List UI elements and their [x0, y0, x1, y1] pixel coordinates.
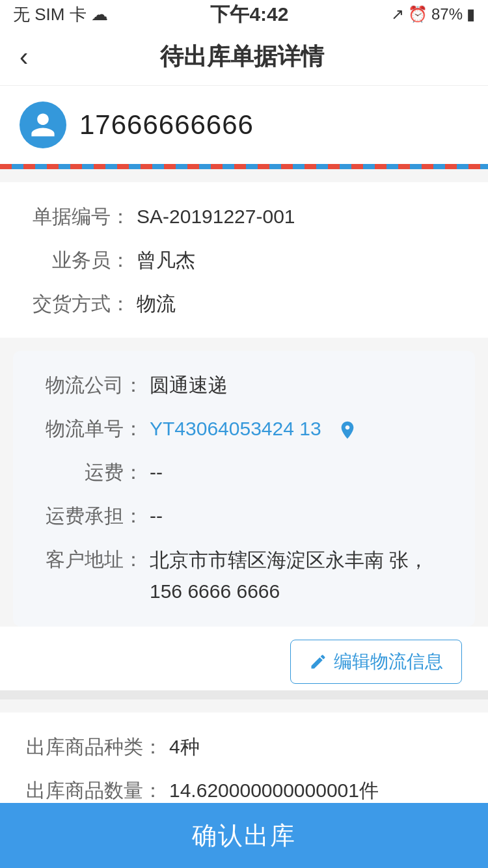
- confirm-outbound-button[interactable]: 确认出库: [0, 803, 488, 868]
- user-phone: 17666666666: [79, 109, 254, 141]
- category-label: 出库商品种类：: [26, 732, 163, 761]
- freight-label: 运费：: [39, 457, 143, 487]
- nav-bar: ‹ 待出库单据详情: [0, 29, 488, 86]
- tracking-no-label: 物流单号：: [39, 414, 143, 443]
- salesman-value: 曾凡杰: [137, 245, 462, 275]
- quantity-value: 14.620000000000001件: [169, 776, 462, 805]
- logistics-company-value: 圆通速递: [150, 370, 449, 400]
- separator-1: [0, 690, 488, 699]
- document-no-row: 单据编号： SA-20191227-001: [26, 202, 462, 231]
- back-button[interactable]: ‹: [20, 42, 28, 72]
- basic-info-section: 单据编号： SA-20191227-001 业务员： 曾凡杰 交货方式： 物流: [0, 182, 488, 338]
- delivery-method-label: 交货方式：: [26, 289, 130, 318]
- category-row: 出库商品种类： 4种: [26, 732, 462, 761]
- status-left: 无 SIM 卡 ☁: [13, 3, 108, 26]
- address-row: 客户地址： 北京市市辖区海淀区永丰南 张，156 6666 6666: [39, 545, 449, 607]
- logistics-company-label: 物流公司：: [39, 370, 143, 400]
- delivery-method-value: 物流: [137, 289, 462, 318]
- status-time: 下午4:42: [210, 1, 288, 28]
- person-icon: [29, 111, 57, 139]
- page-title: 待出库单据详情: [41, 41, 442, 73]
- freight-bearer-label: 运费承担：: [39, 501, 143, 530]
- address-label: 客户地址：: [39, 545, 143, 574]
- salesman-label: 业务员：: [26, 245, 130, 275]
- battery-level: 87%: [431, 5, 463, 23]
- confirm-outbound-label: 确认出库: [192, 819, 296, 852]
- freight-value: --: [150, 457, 449, 487]
- tracking-no-value: YT43064053424 13: [150, 414, 449, 443]
- tracking-no-row: 物流单号： YT43064053424 13: [39, 414, 449, 443]
- avatar: [20, 102, 66, 148]
- freight-bearer-row: 运费承担： --: [39, 501, 449, 530]
- edit-logistics-label: 编辑物流信息: [334, 649, 443, 674]
- logistics-card: 物流公司： 圆通速递 物流单号： YT43064053424 13 运费： --…: [13, 351, 475, 627]
- document-no-label: 单据编号：: [26, 202, 130, 231]
- address-value: 北京市市辖区海淀区永丰南 张，156 6666 6666: [150, 545, 449, 607]
- location-icon: ↗: [391, 5, 404, 23]
- delivery-method-row: 交货方式： 物流: [26, 289, 462, 318]
- category-value: 4种: [169, 732, 462, 761]
- alarm-icon: ⏰: [408, 5, 427, 23]
- freight-row: 运费： --: [39, 457, 449, 487]
- salesman-row: 业务员： 曾凡杰: [26, 245, 462, 275]
- map-pin-icon[interactable]: [337, 420, 358, 441]
- edit-logistics-button[interactable]: 编辑物流信息: [290, 640, 462, 684]
- logistics-company-row: 物流公司： 圆通速递: [39, 370, 449, 400]
- quantity-label: 出库商品数量：: [26, 776, 163, 805]
- status-right: ↗ ⏰ 87% ▮: [391, 5, 475, 23]
- quantity-row: 出库商品数量： 14.620000000000001件: [26, 776, 462, 805]
- edit-icon: [309, 653, 327, 671]
- user-header: 17666666666: [0, 86, 488, 164]
- dashed-divider: [0, 164, 488, 169]
- document-no-value: SA-20191227-001: [137, 202, 462, 231]
- status-bar: 无 SIM 卡 ☁ 下午4:42 ↗ ⏰ 87% ▮: [0, 0, 488, 29]
- sim-status: 无 SIM 卡 ☁: [13, 3, 108, 26]
- edit-logistics-btn-row: 编辑物流信息: [0, 627, 488, 690]
- freight-bearer-value: --: [150, 501, 449, 530]
- battery-icon: ▮: [467, 5, 475, 23]
